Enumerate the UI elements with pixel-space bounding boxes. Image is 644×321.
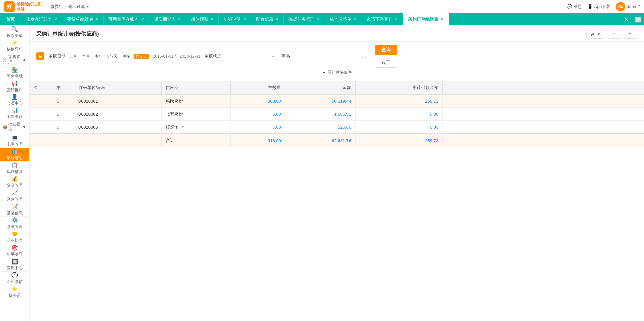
finance-icon: 💰 <box>11 176 18 182</box>
sidebar-item-marketing[interactable]: 📢 营销推广 <box>0 80 29 93</box>
sidebar-item-retail-mgmt[interactable]: 🛒 零售管理 ▲ <box>0 53 29 66</box>
page-header: 采购订单统计表(按供应商) 🖨 ▾ ↗ ↻ <box>30 25 644 42</box>
workspace-selector[interactable]: 母婴行业演示账套 ▾ <box>50 4 89 10</box>
sidebar-item-ecom-mgmt[interactable]: 💻 电商管理 <box>0 134 29 148</box>
tab-overstock[interactable]: 超储预警 ✕ <box>186 13 219 25</box>
export-icon: ↗ <box>611 32 615 37</box>
col-extra-header <box>443 81 644 94</box>
tab-usable-stock[interactable]: 可用量库存账本 ✕ <box>104 13 149 25</box>
sidebar-item-new-guide[interactable]: 🎯 新手引导 <box>0 244 29 258</box>
table-row: 2 00020002 飞鹤奶粉 6.00 1,586.52 0.00 <box>30 108 644 121</box>
settings-button[interactable]: 设置 <box>375 58 397 68</box>
col-paid-cell[interactable]: 259.72 <box>356 94 443 108</box>
close-icon[interactable]: ✕ <box>210 17 214 22</box>
app-download-btn[interactable]: 📱 App下载 <box>587 4 610 10</box>
sidebar-item-finance-mgmt[interactable]: 💰 资金管理 <box>0 175 29 189</box>
summary-amount-cell: 62,631.76 <box>285 134 355 147</box>
shortcut-this-month[interactable]: 本月 <box>80 53 91 60</box>
tab-func-desc[interactable]: 功能说明 ✕ <box>219 13 251 25</box>
col-paid-cell[interactable]: 0.00 <box>356 121 443 134</box>
sidebar-item-ops-mgmt[interactable]: 📈 经营管理 <box>0 189 29 203</box>
close-icon[interactable]: ✕ <box>54 17 57 22</box>
table-header-row: ⚙ 序 往来单位编码 供应商 主数量 金额 累计付款金额 <box>30 81 644 94</box>
sidebar-group-system: ⚙️ 系统管理 <box>0 217 29 230</box>
close-icon[interactable]: ✕ <box>275 17 279 22</box>
user-info[interactable]: Ea demo2 <box>616 2 640 11</box>
shortcut-last-month[interactable]: 上月 <box>68 53 78 60</box>
sidebar-item-system-mgmt[interactable]: ⚙️ 系统管理 <box>0 217 29 230</box>
message-btn[interactable]: 💬 消息 <box>567 4 582 10</box>
close-icon[interactable]: ✕ <box>395 17 398 22</box>
col-paid-cell[interactable]: 0.00 <box>356 108 443 121</box>
nav-tabs: 首页 收发存汇总表 ✕ 要货单统计表 ✕ 可用量库存账本 ✕ 保质期查询 ✕ 超… <box>0 13 644 25</box>
query-button[interactable]: 查询 <box>375 45 397 55</box>
export-button[interactable]: ↗ <box>607 30 621 39</box>
sidebar-item-member-center[interactable]: 👤 会员中心 <box>0 93 29 107</box>
content-area: 采购订单统计表(按供应商) 🖨 ▾ ↗ ↻ ▶ <box>30 25 644 321</box>
goods-input[interactable] <box>292 52 359 61</box>
col-amount-cell[interactable]: 1,586.52 <box>285 108 355 121</box>
tab-purchase-summary[interactable]: 采购订单统计表 ✕ <box>403 13 449 25</box>
sidebar-item-member[interactable]: ⭐ 畅会员 <box>0 285 29 299</box>
sidebar-item-wholesale-mgmt[interactable]: 📦 批发管理 ▼ <box>0 120 29 134</box>
sidebar-item-basic-info[interactable]: 📝 基础信息 <box>0 203 29 216</box>
col-amount-cell[interactable]: 525.80 <box>285 121 355 134</box>
shortcut-more[interactable]: 更多 <box>121 53 132 60</box>
tab-collect-pay[interactable]: 收发存汇总表 ✕ <box>21 13 62 25</box>
tab-pick-task[interactable]: 拣货任务管理 ✕ <box>284 13 325 25</box>
sidebar-item-inventory-check[interactable]: 📋 库存核算 <box>0 162 29 175</box>
wholesale-icon: 📦 <box>3 125 8 129</box>
goods-more-btn[interactable]: … <box>361 53 367 59</box>
close-icon[interactable]: ✕ <box>141 17 144 22</box>
print-button[interactable]: 🖨 ▾ <box>586 30 604 39</box>
close-icon[interactable]: ✕ <box>243 17 246 22</box>
tab-home[interactable]: 首页 <box>0 13 21 25</box>
sidebar-item-quick-nav[interactable]: ⚡ 快捷导航 <box>0 39 29 53</box>
sidebar-item-enterprise-wechat[interactable]: 💬 企业微信 <box>0 272 29 285</box>
tab-warranty[interactable]: 保质期查询 ✕ <box>149 13 186 25</box>
tab-config-info[interactable]: 配置信息 ✕ <box>251 13 284 25</box>
refresh-button[interactable]: ↻ <box>624 30 637 39</box>
col-num-cell: 3 <box>42 121 74 134</box>
filter-date-item: 单据日期 上月 本月 本年 近7天 更多 自定义 <box>48 53 149 60</box>
status-select[interactable] <box>224 52 277 61</box>
close-icon[interactable]: ✕ <box>440 17 444 22</box>
gear-icon[interactable]: ⚙ <box>34 85 38 90</box>
tab-cost-adjust[interactable]: 成本调整单 ✕ <box>325 13 362 25</box>
close-icon[interactable]: ✕ <box>95 17 99 22</box>
col-extra-cell <box>443 94 644 108</box>
expand-more-btn[interactable]: ▼ 展开更多条件 <box>322 70 352 75</box>
summary-paid-cell: 259.72 <box>356 134 443 147</box>
close-icon[interactable]: ✕ <box>317 17 320 22</box>
tab-order-summary[interactable]: 要货单统计表 ✕ <box>62 13 104 25</box>
sidebar-item-purchase-mgmt[interactable]: 🛍️ 采购管理 <box>0 148 29 161</box>
shortcut-7days[interactable]: 近7天 <box>106 53 119 60</box>
print-icon: 🖨 <box>591 32 595 37</box>
sidebar-item-retail-mall[interactable]: 🏪 零售商城 <box>0 66 29 80</box>
sidebar-item-retail-stats[interactable]: 📊 零售统计 <box>0 107 29 120</box>
close-icon[interactable]: ✕ <box>354 17 357 22</box>
sidebar-item-search[interactable]: 🔍 搜索英单 <box>0 25 29 39</box>
close-icon[interactable]: ✕ <box>178 17 181 22</box>
sidebar-item-app-center[interactable]: 🔲 应用中心 <box>0 258 29 271</box>
close-window-btn[interactable]: ✕ <box>620 13 632 25</box>
col-qty-cell[interactable]: 7.00 <box>230 121 285 134</box>
custom-badge: 自定义 <box>134 54 149 59</box>
col-qty-cell[interactable]: 303.00 <box>230 94 285 108</box>
tab-invite-downstream[interactable]: 邀请下游客户 ✕ <box>362 13 403 25</box>
filter-toggle-btn[interactable]: ▶ <box>36 52 44 60</box>
col-amount-cell[interactable]: 60,519.44 <box>285 94 355 108</box>
col-num-header: 序 <box>42 81 74 94</box>
page-title: 采购订单统计表(按供应商) <box>36 31 99 38</box>
col-qty-cell[interactable]: 6.00 <box>230 108 285 121</box>
ecom-icon: 💻 <box>11 135 18 141</box>
maximize-btn[interactable]: ⬜ <box>632 13 644 25</box>
col-amount-header: 金额 <box>285 81 355 94</box>
query-btn-group: 查询 设置 <box>375 45 397 68</box>
sidebar-item-enterprise-collab[interactable]: 🤝 企业协同 <box>0 230 29 244</box>
sidebar-group-app: 🔲 应用中心 <box>0 258 29 272</box>
filter-status-item: 单据状态 <box>204 52 277 61</box>
summary-row: 合计 316.00 62,631.76 259.72 <box>30 134 644 147</box>
shortcut-this-year[interactable]: 本年 <box>93 53 104 60</box>
col-settings-cell <box>30 121 42 134</box>
